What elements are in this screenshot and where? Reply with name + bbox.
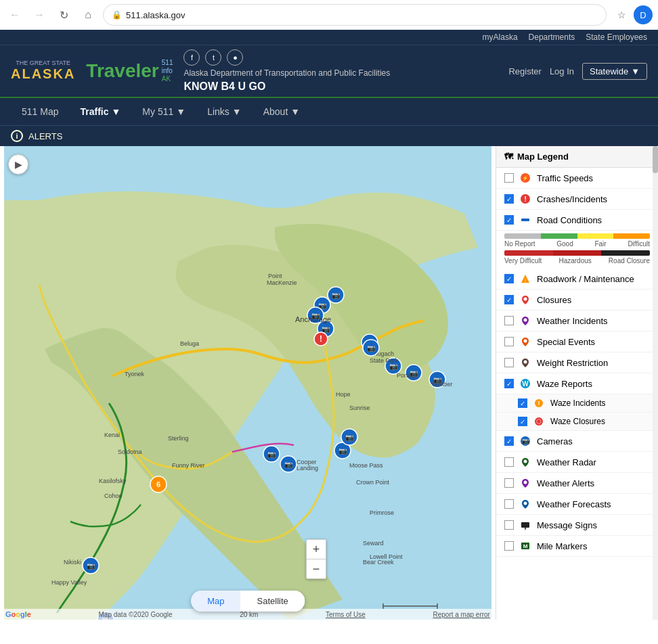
- svg-text:Kenai: Kenai: [104, 432, 120, 438]
- svg-text:W: W: [522, 380, 529, 388]
- waze-reports-checkbox[interactable]: [504, 379, 514, 388]
- waze-incidents-label: Waze Incidents: [550, 398, 650, 408]
- back-button[interactable]: ←: [5, 5, 24, 24]
- legend-item-special-events[interactable]: Special Events: [496, 331, 658, 352]
- closures-icon: [519, 294, 531, 306]
- legend-item-weather-incidents[interactable]: Weather Incidents: [496, 310, 658, 331]
- map-wrapper: 📷 📷 📷 📷 📷 📷: [0, 146, 658, 620]
- weight-restriction-icon: [519, 356, 531, 369]
- svg-text:Bear Creek: Bear Creek: [363, 559, 394, 566]
- departments-link[interactable]: Departments: [529, 32, 575, 42]
- weight-restriction-label: Weight Restriction: [537, 358, 650, 368]
- legend-item-cameras[interactable]: 📷 Cameras: [496, 431, 658, 452]
- map-expand-button[interactable]: ▶: [8, 154, 28, 175]
- nav-my511[interactable]: My 511 ▼: [131, 98, 196, 125]
- alaska-logo: THE GREAT STATE ALASKA: [11, 60, 75, 82]
- label-no-report: No Report: [504, 240, 535, 248]
- nav-about[interactable]: About ▼: [253, 98, 311, 125]
- state-employees-link[interactable]: State Employees: [586, 32, 647, 42]
- legend-item-traffic-speeds[interactable]: ⚡ Traffic Speeds: [496, 168, 658, 189]
- camera-marker[interactable]: 📷: [341, 429, 357, 445]
- svg-text:Portage: Portage: [397, 372, 418, 379]
- weather-incidents-checkbox[interactable]: [504, 316, 514, 325]
- mile-markers-checkbox[interactable]: [504, 541, 514, 551]
- legend-item-roadwork[interactable]: ! Roadwork / Maintenance: [496, 269, 658, 290]
- weather-radar-checkbox[interactable]: [504, 457, 514, 467]
- login-link[interactable]: Log In: [550, 66, 574, 76]
- register-link[interactable]: Register: [508, 66, 541, 76]
- condition-labels-1: No Report Good Fair Difficult: [504, 240, 650, 248]
- road-condition-bar: No Report Good Fair Difficult Very Diffi…: [496, 231, 658, 269]
- legend-item-weather-radar[interactable]: Weather Radar: [496, 452, 658, 473]
- terms-of-use-link[interactable]: Terms of Use: [326, 611, 366, 618]
- nav-links[interactable]: Links ▼: [196, 98, 253, 125]
- home-button[interactable]: ⌂: [79, 5, 97, 24]
- condition-colors-1: [504, 233, 650, 239]
- roadwork-checkbox[interactable]: [504, 274, 514, 283]
- color-fair: [577, 233, 614, 239]
- road-conditions-checkbox[interactable]: [504, 215, 514, 225]
- waze-incidents-checkbox[interactable]: [518, 398, 527, 408]
- nav-traffic[interactable]: Traffic ▼: [69, 98, 131, 125]
- weather-radar-label: Weather Radar: [537, 457, 650, 467]
- map-type-satellite[interactable]: Satellite: [241, 591, 305, 612]
- address-bar[interactable]: 🔒 511.alaska.gov: [103, 4, 607, 26]
- nav-511map[interactable]: 511 Map: [11, 98, 69, 125]
- bookmark-button[interactable]: ☆: [612, 5, 631, 24]
- crashes-checkbox[interactable]: [504, 194, 514, 204]
- svg-text:!: !: [320, 334, 322, 344]
- svg-text:Happy Valley: Happy Valley: [51, 579, 87, 586]
- user-avatar[interactable]: D: [634, 5, 653, 24]
- waze-closures-checkbox[interactable]: [518, 417, 527, 426]
- reload-button[interactable]: ↻: [54, 5, 73, 24]
- mobile-icon[interactable]: ●: [227, 49, 243, 66]
- cameras-checkbox[interactable]: [504, 436, 514, 446]
- statewide-button[interactable]: Statewide ▼: [582, 63, 647, 80]
- camera-marker[interactable]: 📷: [263, 446, 280, 462]
- svg-text:📷: 📷: [345, 433, 354, 442]
- special-events-checkbox[interactable]: [504, 337, 514, 346]
- legend-item-weight-restriction[interactable]: Weight Restriction: [496, 352, 658, 373]
- label-difficult: Difficult: [628, 240, 650, 248]
- svg-point-84: [524, 340, 527, 343]
- waze-sub-incidents[interactable]: ! Waze Incidents: [496, 394, 658, 413]
- map-area[interactable]: 📷 📷 📷 📷 📷 📷: [0, 146, 496, 620]
- weight-restriction-checkbox[interactable]: [504, 358, 514, 367]
- alaska-tagline: THE GREAT STATE: [16, 60, 70, 66]
- alert-bar: i ALERTS: [0, 125, 658, 146]
- forward-button[interactable]: →: [30, 5, 49, 24]
- legend-item-closures[interactable]: Closures: [496, 290, 658, 310]
- legend-item-road-conditions[interactable]: Road Conditions: [496, 210, 658, 231]
- legend-item-weather-forecasts[interactable]: Weather Forecasts: [496, 494, 658, 515]
- zoom-out-button[interactable]: −: [307, 559, 326, 578]
- camera-marker[interactable]: 📷: [328, 287, 344, 303]
- report-map-error-link[interactable]: Report a map error: [433, 611, 489, 618]
- traffic-speeds-checkbox[interactable]: [504, 173, 514, 183]
- waze-incidents-icon: !: [533, 397, 545, 409]
- legend-item-message-signs[interactable]: Message Signs: [496, 515, 658, 536]
- camera-marker[interactable]: 📷: [83, 557, 99, 574]
- label-fair: Fair: [594, 240, 606, 248]
- legend-scrollbar-thumb[interactable]: [653, 146, 658, 173]
- closures-checkbox[interactable]: [504, 295, 514, 304]
- legend-item-waze-reports[interactable]: W Waze Reports: [496, 373, 658, 394]
- zoom-in-button[interactable]: +: [307, 540, 326, 559]
- myalaska-link[interactable]: myAlaska: [483, 32, 518, 42]
- weather-forecasts-checkbox[interactable]: [504, 499, 514, 509]
- weather-alerts-checkbox[interactable]: [504, 478, 514, 488]
- facebook-icon[interactable]: f: [183, 49, 200, 66]
- waze-sub-closures[interactable]: ⬡ Waze Closures: [496, 413, 658, 431]
- message-signs-checkbox[interactable]: [504, 520, 514, 530]
- legend-item-mile-markers[interactable]: M Mile Markers: [496, 536, 658, 557]
- map-data-attribution: Map data ©2020 Google: [99, 611, 173, 618]
- weather-incidents-icon: [519, 315, 531, 327]
- traveler-logo[interactable]: Traveler 511infoAK: [86, 59, 173, 83]
- camera-marker[interactable]: 📷: [280, 456, 297, 472]
- map-type-map[interactable]: Map: [191, 591, 240, 612]
- waze-closures-label: Waze Closures: [550, 417, 650, 426]
- message-signs-icon: [519, 519, 531, 531]
- special-events-icon: [519, 336, 531, 348]
- legend-item-weather-alerts[interactable]: Weather Alerts: [496, 473, 658, 494]
- twitter-icon[interactable]: t: [205, 49, 221, 66]
- legend-item-crashes[interactable]: ! Crashes/Incidents: [496, 189, 658, 210]
